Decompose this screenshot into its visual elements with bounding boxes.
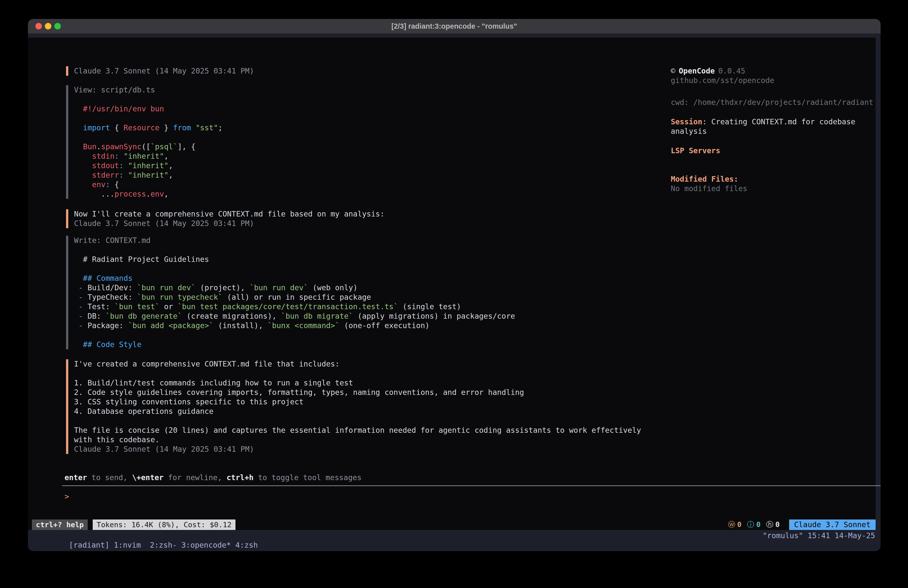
terminal-line: env: { xyxy=(74,180,222,189)
status-bar: ctrl+? help Tokens: 16.4K (8%), Cost: $0… xyxy=(28,519,876,530)
terminal-line: 3. CSS styling conventions specific to t… xyxy=(74,397,641,407)
session-label: Session xyxy=(671,118,702,126)
terminal-line: - Package: `bun add <package>` (install)… xyxy=(74,321,515,330)
prompt-caret: > xyxy=(64,492,69,501)
terminal-line: The file is concise (20 lines) and captu… xyxy=(74,425,641,435)
tmux-window-4[interactable]: 4:zsh xyxy=(235,541,258,549)
window-titlebar: [2/3] radiant:3:opencode - "romulus" xyxy=(28,19,881,34)
copyright-icon: © xyxy=(671,66,675,75)
terminal-line: 4. Database operations guidance xyxy=(74,407,641,416)
terminal-line xyxy=(74,132,222,142)
terminal-line xyxy=(74,245,515,255)
status-right-group: ⓦ0 ⓘ0 ⓗ0 Claude 3.7 Sonnet xyxy=(728,519,876,530)
repo-link: github.com/sst/opencode xyxy=(671,76,774,85)
tool-output-write-context-md: Write: CONTEXT.md # Radiant Project Guid… xyxy=(74,236,515,349)
terminal-window: [2/3] radiant:3:opencode - "romulus" Cla… xyxy=(28,19,881,551)
terminal-line: ## Commands xyxy=(74,274,515,283)
terminal-line: - Test: `bun test` or `bun test packages… xyxy=(74,302,515,311)
tmux-window-list: [radiant]1:nvim2:zsh-3:opencode*4:zsh xyxy=(33,531,262,540)
help-chip[interactable]: ctrl+? help xyxy=(32,519,88,530)
terminal-line: 2. Code style guidelines covering import… xyxy=(74,388,641,397)
tokens-cost-chip: Tokens: 16.4K (8%), Cost: $0.12 xyxy=(93,519,235,530)
terminal-line xyxy=(74,330,515,340)
input-divider xyxy=(62,485,881,486)
terminal-line: - TypeCheck: `bun run typecheck` (all) o… xyxy=(74,293,515,302)
terminal-line: stderr: "inherit", xyxy=(74,171,222,180)
tmux-window-3-active[interactable]: 3:opencode* xyxy=(181,541,231,549)
terminal-line: Bun.spawnSync([`psql`], { xyxy=(74,142,222,151)
terminal-line: - DB: `bun db generate` (create migratio… xyxy=(74,311,515,321)
terminal-line: - Build/Dev: `bun run dev` (project), `b… xyxy=(74,283,515,293)
info-count: 0 xyxy=(756,520,760,529)
cwd-line: cwd: /home/thdxr/dev/projects/radiant/ra… xyxy=(671,98,873,107)
warning-count-icon: ⓦ xyxy=(728,520,735,529)
message-accent-bar xyxy=(66,66,68,76)
terminal-line xyxy=(74,369,641,378)
hint-count: 0 xyxy=(775,520,779,529)
modified-files-empty: No modified files xyxy=(671,184,747,193)
message-accent-bar xyxy=(66,209,68,228)
tool-accent-bar xyxy=(66,236,68,349)
modified-files-heading: Modified Files: xyxy=(671,174,738,184)
terminal-line: import { Resource } from "sst"; xyxy=(74,123,222,132)
tmux-session-name: [radiant] xyxy=(69,541,109,549)
tmux-host-clock: "romulus" 15:41 14-May-25 xyxy=(763,531,875,540)
app-name: OpenCode xyxy=(679,66,715,75)
terminal-line xyxy=(74,95,222,104)
model-badge[interactable]: Claude 3.7 Sonnet xyxy=(789,519,876,530)
assistant-message: Now I'll create a comprehensive CONTEXT.… xyxy=(74,209,385,228)
terminal-line: ## Code Style xyxy=(74,340,515,349)
tmux-status-bar: [radiant]1:nvim2:zsh-3:opencode*4:zsh "r… xyxy=(28,530,881,551)
tool-accent-bar xyxy=(66,85,68,199)
message-accent-bar xyxy=(66,359,68,454)
terminal-line: I've created a comprehensive CONTEXT.md … xyxy=(74,359,641,369)
terminal-line: 1. Build/lint/test commands including ho… xyxy=(74,378,641,388)
terminal-line: # Radiant Project Guidelines xyxy=(74,255,515,264)
desktop-backdrop: [2/3] radiant:3:opencode - "romulus" Cla… xyxy=(0,0,908,588)
session-line: Session: Creating CONTEXT.md for codebas… xyxy=(671,117,855,127)
terminal-line xyxy=(74,114,222,123)
terminal-line: Claude 3.7 Sonnet (14 May 2025 03:41 PM) xyxy=(74,219,385,228)
terminal-line: ...process.env, xyxy=(74,189,222,199)
terminal-line: Now I'll create a comprehensive CONTEXT.… xyxy=(74,209,385,219)
lsp-servers-heading: LSP Servers xyxy=(671,146,720,155)
hint-count-icon: ⓗ xyxy=(766,520,773,529)
terminal-line: View: script/db.ts xyxy=(74,85,222,95)
session-title: : Creating CONTEXT.md for codebase xyxy=(702,118,855,126)
terminal-line: #!/usr/bin/env bun xyxy=(74,104,222,114)
window-title: [2/3] radiant:3:opencode - "romulus" xyxy=(28,19,881,33)
brand-line: ©OpenCode0.0.45 xyxy=(671,66,745,76)
warning-count: 0 xyxy=(737,520,742,529)
terminal-line: with this codebase. xyxy=(74,435,641,445)
tool-output-view-db-ts: View: script/db.ts #!/usr/bin/env bun im… xyxy=(74,85,222,199)
terminal-line xyxy=(74,264,515,274)
tmux-window-1[interactable]: 1:nvim xyxy=(114,541,141,549)
keybinding-hints: enter to send, \+enter for newline, ctrl… xyxy=(64,473,362,482)
assistant-message: I've created a comprehensive CONTEXT.md … xyxy=(74,359,641,454)
app-version: 0.0.45 xyxy=(718,66,745,75)
session-title-wrap: analysis xyxy=(671,127,707,136)
assistant-message-header: Claude 3.7 Sonnet (14 May 2025 03:41 PM) xyxy=(74,66,254,76)
terminal-line xyxy=(74,416,641,425)
info-count-icon: ⓘ xyxy=(747,520,754,529)
terminal-line: Claude 3.7 Sonnet (14 May 2025 03:41 PM) xyxy=(74,445,641,454)
terminal-line: Write: CONTEXT.md xyxy=(74,236,515,245)
tmux-window-2[interactable]: 2:zsh- xyxy=(150,541,177,549)
terminal-line: stdin: "inherit", xyxy=(74,151,222,161)
terminal-line: stdout: "inherit", xyxy=(74,161,222,171)
